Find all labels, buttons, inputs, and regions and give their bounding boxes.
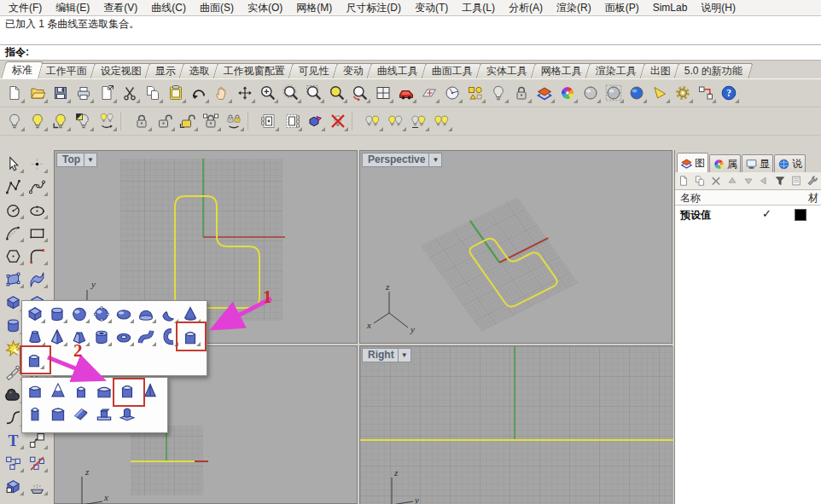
ungroup-button[interactable] [26,452,49,474]
bulb-pair-c-button[interactable] [407,109,430,133]
zoom-dynamic-button[interactable] [279,81,302,105]
panel-tab-4[interactable]: 说 [774,154,806,172]
toolbar-tab-1[interactable]: 标准 [1,61,44,78]
viewport-top-menu-arrow-icon[interactable]: ▼ [84,154,94,166]
flyout-box-button[interactable] [24,303,46,325]
layer-current-check[interactable]: ✓ [762,207,772,220]
array-button[interactable] [26,475,49,497]
lock-closed-button[interactable] [130,109,153,133]
lock-toggle-button[interactable] [509,81,533,105]
flyout-cone-button[interactable] [179,303,201,325]
rectangle-button[interactable] [26,222,49,244]
flyout-extrusion-straight-button[interactable] [179,326,201,348]
viewport-top-title[interactable]: Top▼ [56,153,97,167]
render-sphere-shaded-button[interactable] [602,81,625,105]
menu-item-6[interactable]: 实体(O) [241,0,289,16]
flyout2-extrude-on-base-button[interactable] [116,403,138,425]
menu-item-14[interactable]: SimLab [646,1,695,14]
flyout2-extrude-cone-button[interactable] [47,379,69,402]
viewport-right-title[interactable]: Right▼ [362,348,411,362]
menu-item-7[interactable]: 网格(M) [289,0,339,16]
polygon-button[interactable] [2,245,25,267]
record-history-button[interactable] [694,81,717,105]
render-sphere-gray-button[interactable] [579,81,602,105]
viewport-perspective-menu-arrow-icon[interactable]: ▼ [428,154,439,166]
render-sphere-blue-button[interactable] [625,81,648,105]
toolbar-tab-13[interactable]: 渲染工具 [585,63,647,78]
flyout-torus-button[interactable] [113,326,135,348]
menu-item-13[interactable]: 面板(P) [598,0,646,16]
viewport-right[interactable]: zyRight▼ [359,345,673,504]
menu-item-3[interactable]: 查看(V) [96,0,144,16]
flyout2-extrude-arch-button[interactable] [70,379,92,402]
cut-button[interactable] [118,81,141,105]
flyout2-slab-angled-button[interactable] [70,403,92,425]
toolbar-tab-3[interactable]: 设定视图 [90,63,152,78]
viewport-layout-button[interactable] [371,81,394,105]
open-file-button[interactable] [26,81,49,105]
flyout-cylinder-can-button[interactable] [46,303,68,325]
save-button[interactable] [49,81,72,105]
flyout2-extrude-pyramid-button[interactable] [139,379,161,402]
flyout2-slab-base-button[interactable] [93,403,115,425]
command-input[interactable] [32,47,816,59]
named-view-car-button[interactable] [394,81,417,105]
wrench-button[interactable] [805,174,819,188]
menu-item-1[interactable]: 文件(F) [2,0,49,16]
lock-open-yellow-button[interactable] [176,109,199,133]
menu-item-4[interactable]: 曲线(C) [144,0,193,16]
undo-button[interactable] [187,81,210,105]
bulb-pair-d-button[interactable] [430,109,453,133]
delete-item-button[interactable] [709,174,724,188]
paste-button[interactable] [164,81,187,105]
list-sheet-button[interactable] [789,174,803,188]
flyout-truncated-pyramid-button[interactable] [68,326,90,348]
panel-tab-2[interactable]: 属 [709,154,741,172]
detail-hide-button[interactable] [303,109,326,133]
flyout2-extrude-straight-button[interactable] [116,379,138,402]
toolbar-tab-6[interactable]: 工作视窗配置 [213,63,295,78]
move-back-button[interactable] [757,174,772,188]
polyline-button[interactable] [2,176,25,198]
flyout2-extrude-wide-button[interactable] [93,379,115,402]
zoom-back-button[interactable] [348,81,371,105]
toolbar-tab-9[interactable]: 曲线工具 [366,63,428,78]
help-button[interactable]: ? [717,81,740,105]
new-file-button[interactable] [3,81,26,105]
viewport-perspective-title[interactable]: Perspective▼ [362,153,442,167]
flyout-paraboloid-button[interactable] [135,303,157,325]
layer-manager-button[interactable] [533,81,556,105]
select-arrow-button[interactable] [2,153,25,175]
print-button[interactable] [72,81,95,105]
zoom-in-button[interactable] [256,81,279,105]
export-page-button[interactable] [95,81,118,105]
duplicate-item-button[interactable] [693,174,707,188]
new-item-button[interactable] [677,174,691,188]
flyout-truncated-cone-button[interactable] [24,326,46,348]
bulb-off-button[interactable] [3,109,26,133]
toolbar-tab-15[interactable]: 5.0 的新功能 [673,63,753,78]
flyout-ellipsoid-button[interactable] [113,303,135,325]
layer-color-swatch[interactable] [795,209,806,221]
sidebar-extrude-straight-side-button[interactable] [23,349,45,371]
arc-button[interactable] [2,222,25,244]
interpolate-curve-button[interactable] [26,176,49,198]
menu-item-15[interactable]: 说明(H) [694,0,742,16]
bulb-swap-button[interactable] [95,109,118,133]
flyout2-extrude-round-big-button[interactable] [47,403,69,425]
surface-points-button[interactable] [2,268,25,290]
menu-item-12[interactable]: 渲染(R) [550,0,598,16]
layer-list-empty-area[interactable] [675,223,821,504]
named-position-button[interactable] [463,81,486,105]
color-wheel-button[interactable] [556,81,579,105]
spotlight-button[interactable] [648,81,671,105]
layer-row[interactable]: 预设值✓ [675,206,821,223]
flyout-sphere-button[interactable] [68,303,90,325]
lock-open-button[interactable] [153,109,176,133]
cplane-button[interactable] [417,81,440,105]
bulb-on-button[interactable] [26,109,49,133]
point-button[interactable] [26,153,49,175]
flyout2-extrude-tall-button[interactable] [24,403,46,425]
menu-item-2[interactable]: 编辑(E) [49,0,96,16]
lock-swap-button[interactable] [222,109,245,133]
